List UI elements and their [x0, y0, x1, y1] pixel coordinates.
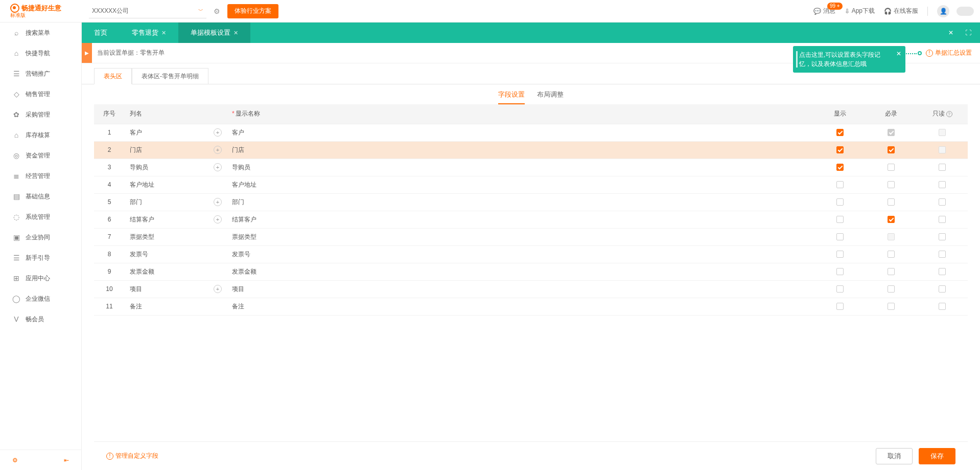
sidebar-item-4[interactable]: ✿采购管理 — [0, 104, 81, 125]
cell-display[interactable]: 导购员 — [227, 159, 814, 176]
checkbox[interactable] — [888, 303, 895, 310]
checkbox[interactable] — [836, 181, 844, 188]
checkbox[interactable] — [939, 216, 946, 223]
cell-readonly — [917, 280, 968, 298]
add-icon[interactable]: + — [214, 146, 222, 154]
checkbox[interactable] — [888, 251, 895, 258]
cell-display[interactable]: 备注 — [227, 298, 814, 315]
sidebar-item-11[interactable]: ☰新手引导 — [0, 248, 81, 268]
close-tab-icon[interactable]: ✕ — [234, 30, 238, 36]
sidebar-item-label: 采购管理 — [26, 110, 50, 119]
sidebar-item-6[interactable]: ◎资金管理 — [0, 145, 81, 166]
sidebar-settings-icon[interactable]: ⚙ — [12, 457, 18, 464]
add-icon[interactable]: + — [214, 215, 222, 223]
checkbox[interactable] — [939, 285, 946, 293]
table-row: 10项目+项目 — [94, 280, 968, 298]
add-icon[interactable]: + — [214, 128, 222, 137]
cell-display[interactable]: 发票号 — [227, 245, 814, 263]
add-icon[interactable]: + — [214, 163, 222, 171]
app-download-link[interactable]: ⇩ App下载 — [845, 7, 875, 15]
sidebar-item-1[interactable]: ⌂快捷导航 — [0, 43, 81, 63]
sidebar-item-13[interactable]: ◯企业微信 — [0, 288, 81, 309]
brand-name: 畅捷通好生意 — [21, 4, 61, 13]
cell-display[interactable]: 项目 — [227, 280, 814, 298]
settings-icon[interactable]: ⚙ — [214, 7, 220, 15]
sidebar-item-0[interactable]: ⌕搜索菜单 — [0, 23, 81, 43]
brand-edition: 标准版 — [10, 12, 26, 19]
checkbox[interactable] — [836, 285, 844, 293]
sidebar-item-8[interactable]: ▤基础信息 — [0, 186, 81, 207]
view-tab-0[interactable]: 字段设置 — [498, 84, 525, 104]
sidebar-item-label: 应用中心 — [26, 274, 50, 283]
checkbox[interactable] — [888, 285, 895, 293]
sidebar-item-12[interactable]: ⊞应用中心 — [0, 268, 81, 288]
sidebar-item-5[interactable]: ⌂库存核算 — [0, 125, 81, 145]
summary-config-link[interactable]: ! 单据汇总设置 — [918, 49, 972, 57]
cell-display[interactable]: 票据类型 — [227, 228, 814, 245]
user-pill[interactable] — [956, 7, 974, 16]
save-button[interactable]: 保存 — [919, 448, 955, 464]
sidebar-item-2[interactable]: ☰营销推广 — [0, 63, 81, 84]
expand-crumb-icon[interactable]: ▶ — [82, 43, 92, 63]
close-tab-icon[interactable]: ✕ — [161, 30, 166, 36]
help-icon[interactable]: ? — [946, 111, 952, 117]
sidebar-icon: ⌂ — [12, 131, 20, 139]
checkbox[interactable] — [836, 146, 844, 153]
cell-display[interactable]: 发票金额 — [227, 263, 814, 280]
add-icon[interactable]: + — [214, 285, 222, 293]
checkbox[interactable] — [888, 181, 895, 188]
checkbox[interactable] — [888, 198, 895, 206]
sidebar-item-9[interactable]: ◌系统管理 — [0, 207, 81, 227]
cell-show — [814, 193, 866, 211]
cell-display[interactable]: 客户地址 — [227, 176, 814, 193]
view-tab-1[interactable]: 布局调整 — [537, 84, 564, 104]
checkbox[interactable] — [836, 216, 844, 223]
cell-display[interactable]: 结算客户 — [227, 211, 814, 228]
checkbox[interactable] — [836, 251, 844, 258]
cell-required — [866, 298, 917, 315]
checkbox[interactable] — [888, 164, 895, 171]
checkbox[interactable] — [888, 268, 895, 275]
messages-link[interactable]: 💬 消息 99 + — [813, 7, 835, 15]
checkbox[interactable] — [939, 198, 946, 206]
checkbox[interactable] — [836, 164, 844, 171]
cancel-button[interactable]: 取消 — [876, 448, 913, 464]
close-all-tabs-icon[interactable]: ✕ — [943, 25, 959, 40]
checkbox[interactable] — [836, 198, 844, 206]
subtab-0[interactable]: 表头区 — [94, 68, 132, 84]
checkbox[interactable] — [939, 251, 946, 258]
checkbox[interactable] — [836, 129, 844, 136]
checkbox[interactable] — [939, 164, 946, 171]
avatar[interactable]: 👤 — [937, 5, 949, 17]
sidebar-collapse-icon[interactable]: ⇤ — [64, 457, 69, 464]
cell-display[interactable]: 门店 — [227, 141, 814, 159]
checkbox[interactable] — [888, 216, 895, 223]
checkbox[interactable] — [939, 181, 946, 188]
tab-0[interactable]: 首页 — [82, 23, 120, 43]
fullscreen-icon[interactable]: ⛶ — [961, 25, 976, 40]
manage-custom-fields-link[interactable]: ! 管理自定义字段 — [106, 452, 158, 460]
table-row: 3导购员+导购员 — [94, 159, 968, 176]
add-icon[interactable]: + — [214, 198, 222, 206]
cell-display[interactable]: 客户 — [227, 124, 814, 141]
try-plan-button[interactable]: 体验行业方案 — [227, 4, 278, 18]
checkbox[interactable] — [939, 233, 946, 240]
online-service-link[interactable]: 🎧 在线客服 — [884, 7, 918, 15]
checkbox[interactable] — [836, 233, 844, 240]
checkbox[interactable] — [939, 268, 946, 275]
sidebar-item-10[interactable]: ▣企业协同 — [0, 227, 81, 248]
checkbox[interactable] — [888, 146, 895, 153]
checkbox[interactable] — [836, 303, 844, 310]
sidebar-icon: ☰ — [12, 254, 20, 262]
cell-display[interactable]: 部门 — [227, 193, 814, 211]
tab-2[interactable]: 单据模板设置✕ — [178, 23, 250, 43]
sidebar-item-14[interactable]: V畅会员 — [0, 309, 81, 329]
tab-1[interactable]: 零售退货✕ — [120, 23, 178, 43]
subtab-1[interactable]: 表体区-零售开单明细 — [132, 68, 208, 84]
company-select[interactable]: XXXXXX公司 ﹀ — [89, 4, 206, 18]
close-hint-icon[interactable]: ✕ — [896, 49, 901, 58]
checkbox[interactable] — [836, 268, 844, 275]
checkbox[interactable] — [939, 303, 946, 310]
sidebar-item-3[interactable]: ◇销售管理 — [0, 84, 81, 104]
sidebar-item-7[interactable]: ≣经营管理 — [0, 166, 81, 186]
